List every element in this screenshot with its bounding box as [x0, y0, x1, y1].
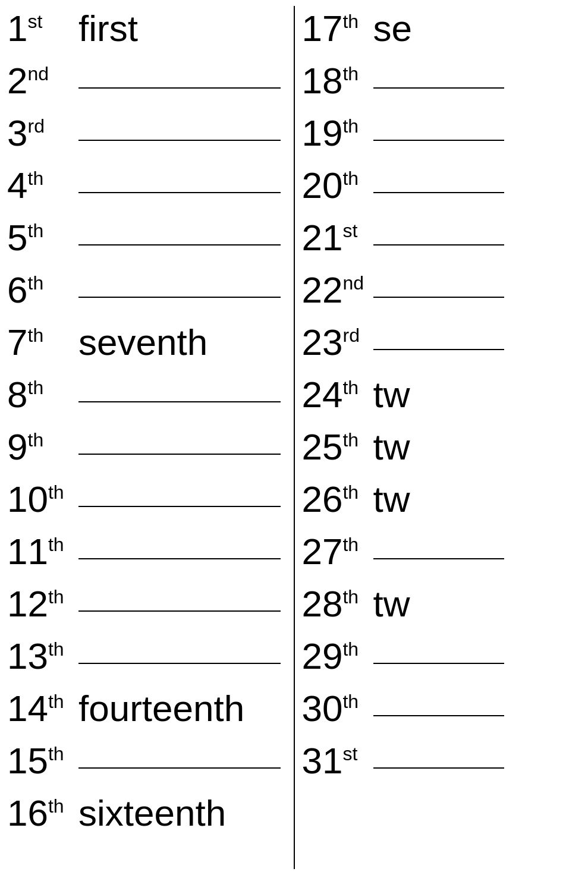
ordinal-number: 11th	[7, 531, 73, 572]
ordinal-number: 16th	[7, 793, 73, 833]
ordinal-number: 7th	[7, 322, 73, 363]
blank-line	[373, 663, 504, 664]
ordinal-word	[73, 427, 294, 467]
ordinal-number: 27th	[302, 531, 367, 572]
table-row: 24thtw	[302, 372, 589, 424]
ordinal-word: se	[367, 8, 589, 49]
ordinal-number: 26th	[302, 479, 367, 520]
table-row: 27th	[302, 529, 589, 581]
table-row: 5th	[7, 215, 294, 267]
ordinal-word	[73, 479, 294, 520]
ordinal-number: 15th	[7, 741, 73, 781]
ordinal-number: 13th	[7, 636, 73, 676]
table-row: 17thse	[302, 6, 589, 58]
ordinal-word: tw	[367, 584, 589, 624]
ordinal-number: 18th	[302, 61, 367, 101]
ordinal-number: 8th	[7, 374, 73, 415]
table-row: 13th	[7, 634, 294, 686]
table-row: 4th	[7, 163, 294, 215]
ordinal-number: 2nd	[7, 61, 73, 101]
ordinal-number: 1st	[7, 8, 73, 49]
table-row: 19th	[302, 111, 589, 163]
ordinal-word	[367, 61, 589, 101]
table-row: 22nd	[302, 267, 589, 320]
ordinal-number: 10th	[7, 479, 73, 520]
ordinal-number: 21st	[302, 218, 367, 258]
ordinal-word: tw	[367, 427, 589, 467]
ordinal-word	[367, 165, 589, 206]
blank-line	[373, 87, 504, 89]
table-row: 10th	[7, 477, 294, 529]
ordinal-number: 17th	[302, 8, 367, 49]
ordinal-word	[73, 218, 294, 258]
ordinal-number: 14th	[7, 688, 73, 729]
table-row: 20th	[302, 163, 589, 215]
ordinal-word: seventh	[73, 322, 294, 363]
table-row: 23rd	[302, 320, 589, 372]
blank-line	[78, 558, 281, 559]
ordinal-word	[73, 584, 294, 624]
ordinal-word: fourteenth	[73, 688, 294, 729]
ordinal-number: 30th	[302, 688, 367, 729]
ordinal-number: 3rd	[7, 113, 73, 153]
blank-line	[78, 87, 281, 89]
right-column: 17thse18th19th20th21st22nd23rd24thtw25th…	[295, 6, 589, 869]
table-row: 21st	[302, 215, 589, 267]
ordinal-number: 6th	[7, 270, 73, 310]
ordinal-word	[367, 113, 589, 153]
table-row: 25thtw	[302, 424, 589, 477]
table-row: 6th	[7, 267, 294, 320]
ordinal-word	[73, 374, 294, 415]
table-row: 16thsixteenth	[7, 791, 294, 843]
blank-line	[373, 192, 504, 193]
blank-line	[373, 558, 504, 559]
ordinal-number: 5th	[7, 218, 73, 258]
blank-line	[78, 663, 281, 664]
ordinal-word	[367, 270, 589, 310]
ordinal-number: 31st	[302, 741, 367, 781]
ordinal-number: 25th	[302, 427, 367, 467]
ordinal-word	[73, 531, 294, 572]
ordinal-number: 9th	[7, 427, 73, 467]
ordinal-number: 12th	[7, 584, 73, 624]
table-row: 31st	[302, 738, 589, 791]
blank-line	[78, 767, 281, 769]
ordinal-word	[73, 165, 294, 206]
left-column: 1stfirst2nd3rd4th5th6th7thseventh8th9th1…	[0, 6, 295, 869]
table-row: 30th	[302, 686, 589, 738]
ordinal-word	[367, 741, 589, 781]
ordinal-word	[367, 688, 589, 729]
blank-line	[78, 297, 281, 298]
ordinal-word	[367, 218, 589, 258]
page: 1stfirst2nd3rd4th5th6th7thseventh8th9th1…	[0, 0, 588, 875]
table-row: 14thfourteenth	[7, 686, 294, 738]
ordinal-word	[73, 113, 294, 153]
ordinal-number: 24th	[302, 374, 367, 415]
blank-line	[78, 401, 281, 402]
blank-line	[78, 192, 281, 193]
table-row: 2nd	[7, 58, 294, 111]
blank-line	[78, 506, 281, 507]
ordinal-word	[367, 636, 589, 676]
table-row: 28thtw	[302, 581, 589, 634]
ordinal-number: 4th	[7, 165, 73, 206]
table-row: 3rd	[7, 111, 294, 163]
table-row: 1stfirst	[7, 6, 294, 58]
table-row: 29th	[302, 634, 589, 686]
blank-line	[373, 349, 504, 350]
blank-line	[78, 610, 281, 612]
ordinal-word	[73, 270, 294, 310]
table-row: 9th	[7, 424, 294, 477]
ordinal-word: first	[73, 8, 294, 49]
blank-line	[373, 767, 504, 769]
table-row: 12th	[7, 581, 294, 634]
blank-line	[373, 140, 504, 141]
ordinal-word: sixteenth	[73, 793, 294, 833]
table-row: 18th	[302, 58, 589, 111]
ordinal-number: 28th	[302, 584, 367, 624]
ordinal-word: tw	[367, 479, 589, 520]
blank-line	[373, 244, 504, 245]
ordinal-number: 19th	[302, 113, 367, 153]
ordinal-number: 20th	[302, 165, 367, 206]
ordinal-word	[73, 636, 294, 676]
